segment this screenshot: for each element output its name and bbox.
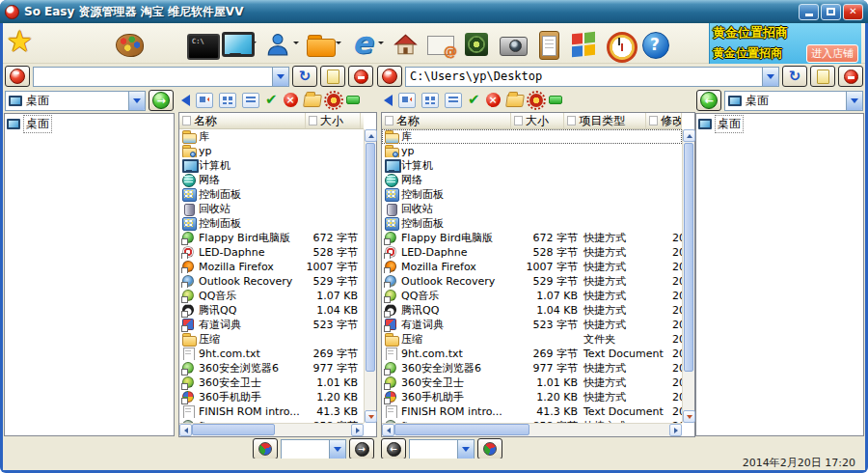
column-header-size[interactable]: 大小 bbox=[306, 113, 361, 128]
file-row[interactable]: 腾讯QQ1.04 KB bbox=[179, 303, 364, 318]
right-refresh-button[interactable]: ↻ bbox=[782, 66, 807, 87]
enter-shop-button[interactable]: 进入店铺 bbox=[806, 44, 858, 63]
right-stop-button[interactable] bbox=[838, 66, 863, 87]
promo-row-2[interactable]: 黄金位置招商 进入店铺 bbox=[710, 43, 861, 64]
file-row[interactable]: Flappy Bird电脑版672 字节 bbox=[179, 231, 364, 245]
file-row[interactable]: yp bbox=[382, 144, 682, 158]
file-row[interactable]: 压缩 bbox=[179, 332, 364, 347]
file-row[interactable]: 计算机 bbox=[179, 158, 364, 173]
right-horizontal-scrollbar[interactable] bbox=[382, 423, 682, 436]
confirm-icon[interactable]: ✔ bbox=[265, 93, 278, 107]
dropdown-button[interactable] bbox=[329, 440, 345, 459]
windows-toolbar-button[interactable] bbox=[569, 27, 598, 60]
edit-toolbar-button[interactable] bbox=[78, 27, 107, 60]
internet-explorer-toolbar-button[interactable] bbox=[348, 27, 384, 60]
dropdown-arrow-icon[interactable] bbox=[293, 42, 299, 47]
scroll-thumb[interactable] bbox=[394, 424, 529, 435]
right-address-dropdown-button[interactable] bbox=[762, 68, 778, 86]
camera-toolbar-button[interactable] bbox=[498, 27, 527, 60]
view-icons-button[interactable] bbox=[398, 93, 416, 108]
right-vertical-scrollbar[interactable] bbox=[682, 129, 694, 423]
minimize-button[interactable] bbox=[799, 4, 819, 20]
scroll-down-button[interactable] bbox=[365, 410, 377, 423]
left-vertical-scrollbar[interactable] bbox=[364, 129, 376, 423]
file-row[interactable]: 压缩文件夹2014-0 bbox=[382, 332, 682, 347]
file-row[interactable]: 有道词典523 字节 bbox=[179, 318, 364, 332]
file-row[interactable]: FINISH ROM intro...41.3 KBText Document2… bbox=[382, 404, 682, 419]
scroll-thumb[interactable] bbox=[192, 424, 275, 435]
file-row[interactable]: QQ音乐1.07 KB bbox=[179, 289, 364, 303]
right-tree-dropdown-button[interactable] bbox=[846, 92, 862, 110]
right-panel-color-button[interactable] bbox=[477, 438, 502, 459]
scroll-up-button[interactable] bbox=[365, 129, 377, 142]
left-address-combobox[interactable] bbox=[33, 67, 289, 87]
back-icon[interactable] bbox=[181, 95, 190, 106]
display-toolbar-button[interactable] bbox=[221, 27, 257, 60]
file-row[interactable]: 360安全浏览器6977 字节快捷方式2014-0 bbox=[382, 361, 682, 376]
scroll-right-button[interactable] bbox=[351, 424, 364, 436]
left-tree-selector[interactable]: 桌面 bbox=[5, 91, 146, 111]
left-address-dropdown-button[interactable] bbox=[272, 68, 288, 86]
file-row[interactable]: Outlook Recovery529 字节快捷方式2014-0 bbox=[382, 274, 682, 289]
file-row[interactable]: 控制面板 bbox=[179, 216, 364, 231]
media-document-toolbar-button[interactable] bbox=[149, 27, 178, 60]
scroll-thumb[interactable] bbox=[684, 143, 693, 372]
file-row[interactable]: Mozilla Firefox1007 字节快捷方式2013-1 bbox=[382, 260, 682, 274]
scroll-thumb[interactable] bbox=[366, 143, 375, 372]
file-row[interactable]: 库 bbox=[179, 129, 364, 144]
right-panel-bottom-combobox[interactable] bbox=[409, 439, 475, 459]
settings-gear-icon[interactable] bbox=[327, 94, 340, 107]
right-address-combobox[interactable]: C:\Users\yp\Desktop bbox=[405, 67, 779, 87]
transfer-left-button[interactable]: ← bbox=[381, 438, 406, 459]
messenger-toolbar-button[interactable] bbox=[263, 27, 299, 60]
left-new-button[interactable] bbox=[320, 66, 345, 87]
file-row[interactable]: 360安全浏览器6977 字节 bbox=[179, 361, 364, 376]
view-grid-button[interactable] bbox=[421, 93, 439, 108]
terminal-toolbar-button[interactable] bbox=[185, 27, 214, 60]
folder-toolbar-button[interactable] bbox=[306, 27, 341, 60]
settings-gear-icon[interactable] bbox=[529, 94, 543, 107]
promo-row-1[interactable]: 黄金位置招商 bbox=[710, 23, 861, 43]
file-row[interactable]: 控制面板 bbox=[382, 216, 682, 231]
file-row[interactable]: 回收站 bbox=[382, 202, 682, 216]
file-row[interactable]: 有道词典523 字节快捷方式2014-0 bbox=[382, 318, 682, 332]
column-header-name[interactable]: 名称 bbox=[179, 113, 306, 128]
file-row[interactable]: 控制面板 bbox=[179, 187, 364, 202]
left-panel-bottom-combobox[interactable] bbox=[281, 439, 346, 459]
video-toolbar-button[interactable] bbox=[462, 27, 491, 60]
column-header-modified[interactable]: 修改 bbox=[646, 113, 682, 128]
dropdown-arrow-icon[interactable] bbox=[378, 42, 384, 47]
left-go-button[interactable] bbox=[5, 66, 30, 87]
left-panel-color-button[interactable] bbox=[253, 438, 278, 459]
file-row[interactable]: 9ht.com.txt269 字节 bbox=[179, 347, 364, 361]
view-details-button[interactable] bbox=[242, 93, 259, 108]
file-row[interactable]: Outlook Recovery529 字节 bbox=[179, 274, 364, 289]
left-stop-button[interactable] bbox=[348, 66, 373, 87]
scroll-left-button[interactable] bbox=[179, 424, 192, 436]
open-folder-icon[interactable] bbox=[505, 95, 525, 107]
file-row[interactable]: 网络 bbox=[179, 173, 364, 187]
right-new-button[interactable] bbox=[810, 66, 835, 87]
file-row[interactable]: QQ音乐1.07 KB快捷方式2013-1 bbox=[382, 289, 682, 303]
file-row[interactable]: Flappy Bird电脑版672 字节快捷方式2014-0 bbox=[382, 231, 682, 245]
close-button[interactable]: ✕ bbox=[843, 4, 863, 20]
cancel-icon[interactable]: × bbox=[284, 93, 298, 107]
clipboard-toolbar-button[interactable] bbox=[533, 27, 562, 60]
file-row[interactable]: 腾讯QQ1.04 KB快捷方式2013-1 bbox=[382, 303, 682, 318]
column-header-size[interactable]: 大小 bbox=[511, 113, 564, 128]
titlebar[interactable]: So Easy 资源管理器 淘宝 维尼软件屋VV ✕ bbox=[0, 0, 868, 23]
column-header-name[interactable]: 名称 bbox=[382, 113, 511, 128]
file-row[interactable]: 控制面板 bbox=[382, 187, 682, 202]
maximize-button[interactable] bbox=[821, 4, 841, 20]
file-row[interactable]: Mozilla Firefox1007 字节 bbox=[179, 260, 364, 274]
column-header-type[interactable]: 项目类型 bbox=[564, 113, 646, 128]
file-row[interactable]: 网络 bbox=[382, 173, 682, 187]
file-row[interactable]: LED-Daphne528 字节 bbox=[179, 245, 364, 260]
file-row[interactable]: 360手机助手1.20 KB快捷方式2014-0 bbox=[382, 390, 682, 404]
right-tree-go-button[interactable]: ← bbox=[696, 90, 721, 111]
file-row[interactable]: 360安全卫士1.01 KB快捷方式2013-1 bbox=[382, 376, 682, 390]
file-row[interactable]: FINISH ROM intro...41.3 KB bbox=[179, 404, 364, 419]
tree-item-desktop[interactable]: 桌面 bbox=[698, 116, 861, 131]
favorites-toolbar-button[interactable] bbox=[7, 27, 36, 60]
dropdown-button[interactable] bbox=[457, 440, 474, 459]
